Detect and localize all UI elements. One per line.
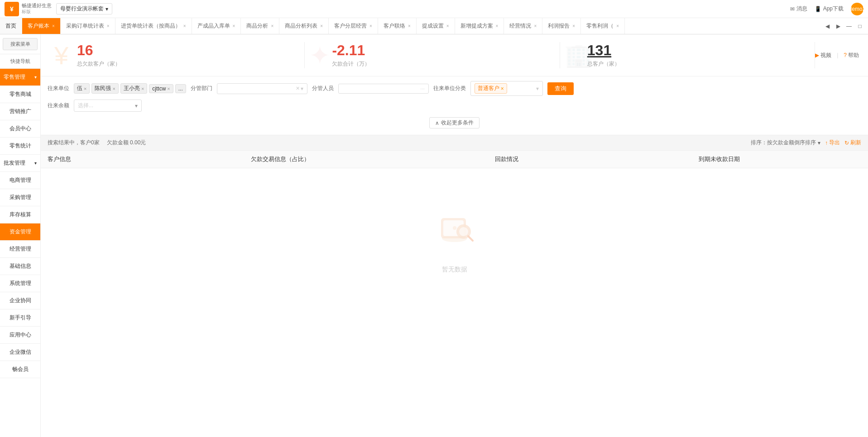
tab-next-button[interactable]: ▶ [834, 22, 843, 31]
window-maximize-button[interactable]: □ [855, 22, 864, 31]
results-actions: 排序：按欠款金额倒序排序 ▾ ↑ 导出 ↻ 刷新 [751, 139, 861, 147]
tab-product-analysis-list[interactable]: 商品分析列表 × [279, 18, 329, 34]
sidebar-item-basic-info-label: 基础信息 [10, 262, 31, 270]
close-icon[interactable]: × [408, 24, 411, 28]
stat-total-clients: 🏢 131 总客户（家） [560, 39, 815, 71]
video-link[interactable]: ▶ 视频 [815, 52, 831, 59]
filter-bar: 往来单位 伍 × 陈民强 × 王小亮 × [41, 76, 868, 135]
export-icon: ↑ [825, 140, 828, 146]
top-right-area: ✉ 消息 📱 App下载 demo2 [790, 3, 863, 15]
sort-selector[interactable]: 排序：按欠款金额倒序排序 ▾ [751, 139, 820, 147]
window-minimize-button[interactable]: — [844, 22, 854, 31]
filter-dept-dropdown[interactable]: ✕ ▾ [217, 83, 307, 94]
sidebar-item-retail-mall[interactable]: 零售商城 [0, 86, 40, 103]
sidebar-item-new-user-guide[interactable]: 新手引导 [0, 309, 40, 327]
sidebar-item-system-mgmt[interactable]: 系统管理 [0, 275, 40, 292]
filter-tag-more[interactable]: ... [175, 84, 186, 93]
sidebar-item-purchase-mgmt[interactable]: 采购管理 [0, 189, 40, 206]
tab-home[interactable]: 首页 [0, 18, 22, 34]
search-button[interactable]: 查询 [547, 82, 574, 95]
tab-home-label: 首页 [5, 22, 16, 30]
filter-category-dropdown[interactable]: 普通客户 × ▾ [470, 81, 543, 96]
close-icon[interactable]: × [446, 24, 449, 28]
close-icon[interactable]: × [233, 24, 235, 28]
empty-state: 暂无数据 [41, 168, 868, 310]
tab-customer-contact[interactable]: 客户联络 × [378, 18, 417, 34]
tab-customer-account[interactable]: 客户账本 × [22, 18, 61, 34]
results-debt-summary: 欠款金额 0.00元 [107, 139, 146, 147]
close-icon[interactable]: × [320, 24, 323, 28]
sidebar-item-vip-member[interactable]: 畅会员 [0, 361, 40, 378]
col-header-debt: 欠款交易信息（占比） [251, 155, 495, 163]
export-button[interactable]: ↑ 导出 [825, 139, 840, 147]
close-icon[interactable]: × [107, 24, 110, 28]
message-button[interactable]: ✉ 消息 [790, 5, 807, 13]
empty-illustration [432, 204, 477, 250]
close-icon[interactable]: × [572, 24, 575, 28]
sidebar-item-operations-mgmt[interactable]: 经营管理 [0, 241, 40, 258]
filter-tag-cjttcw-close[interactable]: × [167, 86, 170, 91]
close-icon[interactable]: × [183, 24, 186, 28]
sidebar-item-capital-mgmt[interactable]: 资金管理 [0, 223, 40, 241]
stat-total-customers: ¥ 16 总欠款客户（家） [50, 39, 305, 71]
sort-label: 排序：按欠款金额倒序排序 [751, 139, 816, 147]
more-icon[interactable]: ··· [421, 86, 425, 91]
tab-product-inbound[interactable]: 产成品入库单 × [192, 18, 241, 34]
close-icon[interactable]: × [369, 24, 372, 28]
filter-tag-chen-close[interactable]: × [112, 86, 115, 91]
sidebar-item-app-center[interactable]: 应用中心 [0, 327, 40, 344]
tab-customer-segment[interactable]: 客户分层经营 × [329, 18, 378, 34]
main-layout: 搜索菜单 快捷导航 零售管理 ▾ 零售商城 营销推广 会员中心 零售统计 批发管… [0, 34, 868, 437]
filter-balance-dropdown[interactable]: 选择... ▾ [74, 100, 142, 112]
sidebar-item-wholesale-mgmt[interactable]: 批发管理 ▾ [0, 155, 40, 172]
sidebar-item-ecommerce-mgmt-label: 电商管理 [10, 176, 31, 184]
sidebar-search-button[interactable]: 搜索菜单 [3, 38, 38, 50]
logo-icon: ¥ [5, 2, 19, 16]
tab-inventory-stats[interactable]: 进货单统计表（按商品） × [115, 18, 192, 34]
tab-new-promotion[interactable]: 新增提成方案 × [455, 18, 504, 34]
sidebar-item-quick-nav[interactable]: 快捷导航 [0, 54, 40, 69]
sidebar-item-app-center-label: 应用中心 [10, 331, 31, 339]
tab-prev-button[interactable]: ◀ [823, 22, 832, 31]
collapse-button[interactable]: ∧ 收起更多条件 [429, 117, 480, 128]
close-icon[interactable]: × [616, 24, 619, 28]
close-icon[interactable]: × [534, 24, 537, 28]
sidebar-item-enterprise-wechat[interactable]: 企业微信 [0, 344, 40, 361]
sidebar-item-member-center[interactable]: 会员中心 [0, 120, 40, 138]
refresh-icon: ↻ [844, 140, 849, 146]
sidebar-item-marketing[interactable]: 营销推广 [0, 103, 40, 120]
sidebar-item-enterprise-agreement[interactable]: 企业协同 [0, 292, 40, 309]
account-name: 母婴行业演示帐套 [60, 5, 104, 13]
sidebar-item-retail-stats[interactable]: 零售统计 [0, 138, 40, 155]
play-icon: ▶ [815, 52, 819, 58]
close-icon[interactable]: × [496, 24, 499, 28]
sidebar-item-inventory-check[interactable]: 库存核算 [0, 206, 40, 223]
sidebar-item-new-user-guide-label: 新手引导 [10, 314, 31, 322]
close-icon[interactable]: × [271, 24, 273, 28]
app-download-button[interactable]: 📱 App下载 [815, 5, 844, 13]
sidebar-item-marketing-label: 营销推广 [10, 108, 31, 115]
refresh-button[interactable]: ↻ 刷新 [844, 139, 861, 147]
filter-tag-wang-close[interactable]: × [141, 86, 144, 91]
clear-icon[interactable]: ✕ [296, 86, 300, 91]
tab-retail-profit[interactable]: 零售利润（ × [581, 18, 625, 34]
sidebar-item-system-mgmt-label: 系统管理 [10, 280, 31, 287]
logo-text-block: 畅捷通好生意 标版 [22, 3, 52, 15]
tab-business-status[interactable]: 经营情况 × [504, 18, 542, 34]
tab-promotion-settings[interactable]: 提成设置 × [417, 18, 455, 34]
account-selector[interactable]: 母婴行业演示帐套 ▾ [56, 3, 112, 14]
sidebar-item-ecommerce-mgmt[interactable]: 电商管理 [0, 172, 40, 189]
filter-unit-tags: 伍 × 陈民强 × 王小亮 × cjttcw × [74, 83, 186, 94]
logo-area: ¥ 畅捷通好生意 标版 [5, 2, 52, 16]
filter-category-clear[interactable]: × [501, 86, 504, 92]
filter-person-dropdown[interactable]: ··· [338, 84, 429, 94]
sidebar-item-retail-mgmt[interactable]: 零售管理 ▾ [0, 69, 40, 86]
user-avatar[interactable]: demo2 [851, 3, 863, 15]
filter-tag-wu-close[interactable]: × [84, 86, 86, 91]
tab-profit-report[interactable]: 利润报告 × [542, 18, 581, 34]
tab-purchase-order[interactable]: 采购订单统计表 × [61, 18, 115, 34]
help-link[interactable]: ? 帮助 [844, 52, 859, 59]
close-icon[interactable]: × [52, 24, 55, 28]
sidebar-item-basic-info[interactable]: 基础信息 [0, 258, 40, 275]
tab-product-analysis[interactable]: 商品分析 × [241, 18, 279, 34]
